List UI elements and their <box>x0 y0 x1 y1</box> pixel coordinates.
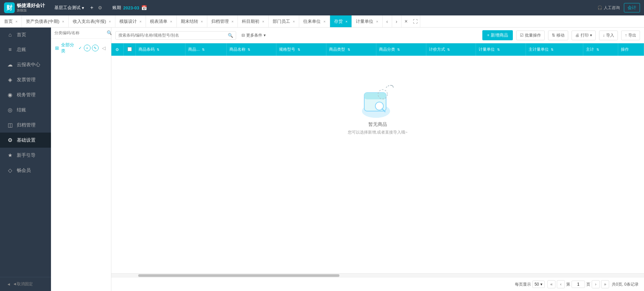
tab-balance-close[interactable]: × <box>62 19 64 23</box>
tab-period-end[interactable]: 期末结转 × <box>177 15 207 28</box>
page-suffix: 页 <box>586 282 590 287</box>
th-spec[interactable]: 规格型号 ⇅ <box>276 43 326 56</box>
tab-dept[interactable]: 部门员工 × <box>269 15 299 28</box>
category-add-icon[interactable]: + <box>84 45 91 51</box>
tab-inventory[interactable]: 存货 × <box>330 15 352 28</box>
tab-archive-close[interactable]: × <box>231 19 233 23</box>
empty-illustration <box>358 83 398 116</box>
th-unit[interactable]: 计量单位 ⇅ <box>476 43 526 56</box>
product-search-input[interactable] <box>118 33 226 38</box>
batch-op-btn[interactable]: ☑ 批量操作 <box>516 31 545 40</box>
th-settings[interactable]: ⚙ <box>111 43 123 56</box>
per-page-label: 每页显示 <box>515 282 531 287</box>
tab-subject[interactable]: 科目期初 × <box>238 15 268 28</box>
sidebar-item-ledger[interactable]: ≡ 总账 <box>0 42 51 57</box>
tab-dept-close[interactable]: × <box>293 19 295 23</box>
per-page-select[interactable]: 50 ▾ <box>532 281 545 288</box>
sidebar-item-archive[interactable]: ◫ 归档管理 <box>0 117 51 133</box>
sidebar-label-ledger: 总账 <box>17 47 26 53</box>
add-product-btn[interactable]: + 新增商品 <box>482 30 513 40</box>
print-btn[interactable]: 🖨 打印 ▾ <box>572 31 596 40</box>
print-down-icon: ▾ <box>590 33 592 38</box>
help-button[interactable]: 🎧 人工咨询 <box>597 5 620 11</box>
th-type[interactable]: 商品类型 ⇅ <box>326 43 376 56</box>
tab-template-close[interactable]: × <box>140 19 142 23</box>
tab-subject-label: 科目期初 <box>242 18 259 25</box>
calendar-icon[interactable]: 📅 <box>141 5 147 10</box>
th-checkbox[interactable] <box>123 43 136 56</box>
category-search-input[interactable] <box>54 31 105 35</box>
tab-balance-sheet[interactable]: 资产负债表(中期) × <box>22 15 68 28</box>
select-all-checkbox[interactable] <box>127 47 132 51</box>
search-icon[interactable]: 🔍 <box>228 33 233 38</box>
sidebar-item-reports[interactable]: ☁ 云报表中心 <box>0 57 51 72</box>
sidebar-item-settlement[interactable]: ◎ 结账 <box>0 102 51 117</box>
tab-supplier-close[interactable]: × <box>323 19 325 23</box>
tab-expand-btn[interactable]: ⛶ <box>411 15 420 28</box>
header-right: 🎧 人工咨询 会计 <box>597 3 640 12</box>
sidebar-item-tax[interactable]: ◉ 税务管理 <box>0 87 51 102</box>
tab-income[interactable]: 收入支出表(年报) × <box>69 15 115 28</box>
category-all-item[interactable]: ⊞ 全部分类 ✓ + ✎ ◁ <box>51 39 111 57</box>
horizontal-scrollbar[interactable] <box>111 273 644 277</box>
filter-btn[interactable]: ⊟ 更多条件 ▾ <box>239 31 268 40</box>
sidebar-unpin-btn[interactable]: ◄ ◄取消固定 <box>0 277 51 291</box>
th-price-method[interactable]: 计价方式 ⇅ <box>426 43 476 56</box>
tab-archive[interactable]: 归档管理 × <box>207 15 238 28</box>
th-code[interactable]: 商品... ⇅ <box>185 43 226 56</box>
add-tab-area[interactable]: + <box>90 5 93 11</box>
reports-icon: ☁ <box>7 61 13 68</box>
add-product-label: + 新增商品 <box>487 32 508 38</box>
grid-icon: ⊞ <box>55 45 59 51</box>
tab-unit-close[interactable]: × <box>376 19 378 23</box>
tab-inventory-close[interactable]: × <box>345 19 347 23</box>
th-main-count[interactable]: 主计 ⇅ <box>583 43 618 56</box>
export-btn[interactable]: ↑ 导出 <box>621 31 640 40</box>
last-page-btn[interactable]: » <box>601 280 609 288</box>
batch-icon: ☑ <box>520 33 524 38</box>
tab-unit[interactable]: 计量单位 × <box>352 15 382 28</box>
sidebar-item-settings[interactable]: ⚙ 基础设置 <box>0 133 51 148</box>
company-selector[interactable]: 基层工会测试 ▾ <box>54 5 84 11</box>
next-page-btn[interactable]: › <box>592 280 600 288</box>
th-name[interactable]: 商品名称 ⇅ <box>226 43 276 56</box>
sidebar-item-invoice[interactable]: ◈ 发票管理 <box>0 72 51 87</box>
import-btn[interactable]: ↓ 导入 <box>599 31 618 40</box>
table-wrapper: ⚙ 商品条码 ⇅ 商品... ⇅ 商品名称 ⇅ 规格型号 ⇅ 商品类型 ⇅ 商品… <box>111 43 644 273</box>
tab-subject-close[interactable]: × <box>262 19 264 23</box>
tab-unit-label: 计量单位 <box>356 18 373 25</box>
th-category[interactable]: 商品分类 ⇅ <box>376 43 426 56</box>
settlement-icon: ◎ <box>7 107 13 113</box>
sidebar-item-member[interactable]: ◇ 畅会员 <box>0 163 51 178</box>
panel-collapse-btn[interactable]: ◁ <box>101 44 107 52</box>
tab-home-close[interactable]: × <box>15 19 17 23</box>
period-value: 2023-03 <box>123 5 139 10</box>
first-page-btn[interactable]: « <box>547 280 555 288</box>
header-settings-icon[interactable]: ⚙ <box>98 5 102 10</box>
prev-page-btn[interactable]: ‹ <box>557 280 565 288</box>
member-icon: ◇ <box>7 167 13 174</box>
sidebar-item-guide[interactable]: ★ 新手引导 <box>0 148 51 163</box>
import-icon: ↓ <box>603 33 605 38</box>
tab-tax[interactable]: 税表清单 × <box>146 15 176 28</box>
move-btn[interactable]: ⇅ 移动 <box>548 31 568 40</box>
page-input[interactable] <box>572 281 585 288</box>
sidebar-item-home[interactable]: ⌂ 首页 <box>0 28 51 42</box>
scrollbar-thumb[interactable] <box>138 274 339 277</box>
category-edit-icon[interactable]: ✎ <box>92 45 99 51</box>
tab-supplier[interactable]: 往来单位 × <box>299 15 330 28</box>
tab-home[interactable]: 首页 × <box>0 15 22 28</box>
toolbar: 🔍 ⊟ 更多条件 ▾ + 新增商品 ☑ 批量操作 <box>111 28 644 43</box>
tab-prev-btn[interactable]: ‹ <box>383 15 392 28</box>
tab-template[interactable]: 模版设计 × <box>115 15 146 28</box>
settings-icon-area[interactable]: ⚙ <box>98 5 102 10</box>
account-button[interactable]: 会计 <box>624 3 640 12</box>
th-main-unit[interactable]: 主计量单位 ⇅ <box>526 43 583 56</box>
tab-period-end-close[interactable]: × <box>201 19 203 23</box>
tab-next-btn[interactable]: › <box>392 15 401 28</box>
th-barcode[interactable]: 商品条码 ⇅ <box>136 43 185 56</box>
tab-tax-close[interactable]: × <box>170 19 172 23</box>
add-icon[interactable]: + <box>90 5 93 11</box>
tab-close-all-btn[interactable]: × <box>401 15 411 28</box>
tab-income-close[interactable]: × <box>109 19 111 23</box>
